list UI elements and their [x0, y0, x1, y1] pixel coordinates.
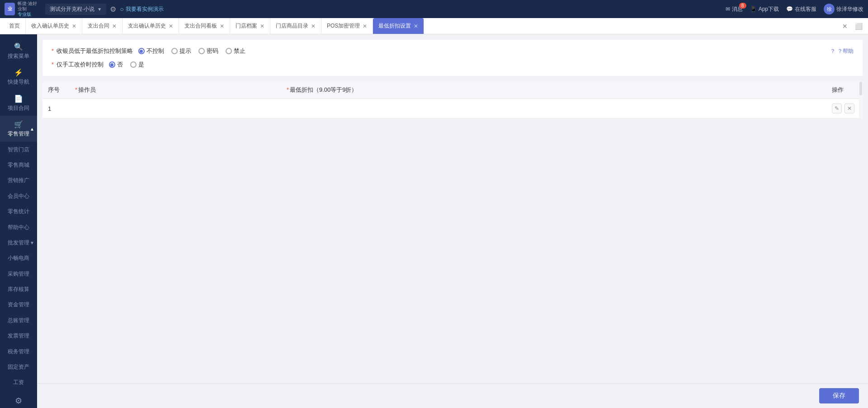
- col-header-actions: 操作: [826, 81, 863, 99]
- sidebar-item-project-contract[interactable]: 📄 项目合同: [0, 90, 37, 116]
- service-icon: 💬: [786, 6, 793, 12]
- tab-pos-password[interactable]: POS加密管理 ✕: [321, 18, 373, 34]
- sidebar-item-tax[interactable]: 税务管理: [0, 344, 37, 359]
- close-icon[interactable]: ✕: [220, 23, 224, 29]
- tab-min-discount[interactable]: 最低折扣设置 ✕: [373, 18, 424, 34]
- tab-pay-contract[interactable]: 支出合同 ✕: [82, 18, 123, 34]
- top-bar-left: 业 帐捷·迪好业制 专业版 测试分开克程·小说 ▼ ⚙ 我要看实例演示: [5, 1, 164, 17]
- app-download-button[interactable]: 📱 App下载: [750, 5, 779, 13]
- delete-button[interactable]: ✕: [844, 103, 854, 113]
- close-icon[interactable]: ✕: [72, 23, 76, 29]
- sidebar-item-retail-mgmt[interactable]: 🛒 零售管理 ▲: [0, 116, 37, 141]
- message-badge: 8: [739, 3, 746, 9]
- sidebar-item-smart-store[interactable]: 智营门店: [0, 142, 37, 157]
- close-icon[interactable]: ✕: [169, 23, 173, 29]
- sidebar-item-member-center[interactable]: 会员中心: [0, 188, 37, 204]
- scroll-thumb: [859, 82, 862, 95]
- main-layout: 🔍 搜索菜单 ⚡ 快捷导航 📄 项目合同 🛒 零售管理 ▲ 智营门店 零售商城 …: [0, 34, 868, 408]
- radio-circle: [171, 48, 178, 54]
- maximize-tab-button[interactable]: ⬜: [853, 22, 864, 31]
- page-footer: 保存: [37, 383, 868, 408]
- table-scrollbar[interactable]: [859, 81, 863, 118]
- avatar: 徐: [824, 4, 835, 14]
- sidebar-item-marketing[interactable]: 营销推广: [0, 173, 37, 188]
- form-card: * 收银员低于最低折扣控制策略 不控制 提示: [42, 40, 863, 76]
- sidebar-item-help-center[interactable]: 帮助中心: [0, 220, 37, 235]
- user-menu-button[interactable]: 徐 徐泽华修改: [824, 4, 863, 14]
- sidebar-item-salary[interactable]: 工资: [0, 375, 37, 390]
- table-header-row: 序号 *操作员 *最低折扣（9.00等于9折） 操作: [42, 81, 863, 99]
- quicknav-icon: ⚡: [14, 68, 23, 77]
- close-icon[interactable]: ✕: [260, 23, 264, 29]
- top-bar: 业 帐捷·迪好业制 专业版 测试分开克程·小说 ▼ ⚙ 我要看实例演示 ✉ 消息…: [0, 0, 868, 18]
- radio-remind[interactable]: 提示: [171, 47, 191, 55]
- col-header-operator: *操作员: [70, 81, 281, 99]
- sidebar-item-ecommerce[interactable]: 小畅电商: [0, 250, 37, 266]
- cashier-policy-row: * 收银员低于最低折扣控制策略 不控制 提示: [52, 47, 854, 55]
- download-icon: 📱: [750, 6, 757, 12]
- help-button[interactable]: ？ ？帮助: [830, 47, 854, 55]
- manual-price-radio-group: 否 是: [109, 61, 144, 69]
- session-tab[interactable]: 测试分开克程·小说 ▼: [45, 4, 106, 15]
- sidebar-item-retail-mall[interactable]: 零售商城: [0, 157, 37, 173]
- chevron-up-icon: ▲: [30, 126, 34, 131]
- tab-home[interactable]: 首页: [4, 18, 26, 34]
- logo-text: 帐捷·迪好业制 专业版: [18, 1, 42, 17]
- retail-icon: 🛒: [14, 120, 23, 129]
- manual-price-label: * 仅手工改价时控制: [52, 61, 104, 69]
- radio-circle: [226, 48, 232, 54]
- cell-min-discount: [281, 99, 826, 118]
- sidebar-item-finance[interactable]: 资金管理: [0, 297, 37, 312]
- message-button[interactable]: ✉ 消息 8: [726, 5, 743, 13]
- close-icon[interactable]: ✕: [414, 23, 418, 29]
- close-icon[interactable]: ✕: [112, 23, 117, 29]
- top-bar-right: ✉ 消息 8 📱 App下载 💬 在线客服 徐 徐泽华修改: [726, 4, 863, 14]
- radio-circle: [130, 61, 137, 68]
- sidebar-item-fixed-assets[interactable]: 固定资产: [0, 359, 37, 375]
- edit-button[interactable]: ✎: [832, 103, 842, 113]
- sidebar-item-retail-stats[interactable]: 零售统计: [0, 204, 37, 219]
- session-arrow: ▼: [97, 7, 102, 12]
- radio-circle: [109, 61, 115, 68]
- sidebar-bottom: ⚙: [15, 390, 22, 408]
- settings-icon[interactable]: ⚙: [15, 390, 22, 408]
- action-icons: ✎ ✕: [832, 103, 857, 113]
- sidebar-item-invoice[interactable]: 发票管理: [0, 328, 37, 343]
- tab-income-history[interactable]: 收入确认单历史 ✕: [26, 18, 82, 34]
- save-button[interactable]: 保存: [819, 388, 859, 403]
- radio-manual-yes[interactable]: 是: [130, 61, 144, 69]
- content-area: * 收银员低于最低折扣控制策略 不控制 提示: [37, 34, 868, 408]
- message-icon: ✉: [726, 6, 730, 12]
- table-row: 1 ✎ ✕: [42, 99, 863, 118]
- tab-store-goods[interactable]: 门店商品目录 ✕: [270, 18, 321, 34]
- sidebar-item-wholesale[interactable]: 批发管理 ▼: [0, 235, 37, 250]
- cell-seq: 1: [42, 99, 70, 118]
- radio-password[interactable]: 密码: [198, 47, 218, 55]
- close-icon[interactable]: ✕: [363, 23, 367, 29]
- discount-table: 序号 *操作员 *最低折扣（9.00等于9折） 操作: [42, 81, 863, 118]
- tab-store-file[interactable]: 门店档案 ✕: [230, 18, 270, 34]
- gear-icon[interactable]: ⚙: [110, 5, 116, 14]
- sidebar-item-ledger[interactable]: 总账管理: [0, 313, 37, 328]
- page-content: * 收银员低于最低折扣控制策略 不控制 提示: [37, 34, 868, 383]
- online-service-button[interactable]: 💬 在线客服: [786, 5, 816, 13]
- sidebar-item-inventory[interactable]: 库存核算: [0, 281, 37, 297]
- radio-forbid[interactable]: 禁止: [226, 47, 245, 55]
- radio-no-control[interactable]: 不控制: [138, 47, 164, 55]
- close-icon[interactable]: ✕: [311, 23, 316, 29]
- table-wrapper: 序号 *操作员 *最低折扣（9.00等于9折） 操作: [42, 81, 863, 118]
- close-tab-button[interactable]: ✕: [840, 22, 849, 31]
- cell-actions: ✎ ✕: [826, 99, 863, 118]
- col-header-seq: 序号: [42, 81, 70, 99]
- tab-pay-contract-board[interactable]: 支出合同看板 ✕: [179, 18, 230, 34]
- question-icon: ？: [830, 47, 835, 55]
- contract-icon: 📄: [14, 94, 23, 103]
- tab-pay-confirm-history[interactable]: 支出确认单历史 ✕: [123, 18, 179, 34]
- sidebar: 🔍 搜索菜单 ⚡ 快捷导航 📄 项目合同 🛒 零售管理 ▲ 智营门店 零售商城 …: [0, 34, 37, 408]
- sidebar-item-search[interactable]: 🔍 搜索菜单: [0, 38, 37, 64]
- sidebar-item-purchase[interactable]: 采购管理: [0, 266, 37, 281]
- radio-manual-no[interactable]: 否: [109, 61, 123, 69]
- session-label: 测试分开克程·小说: [50, 5, 94, 13]
- sidebar-item-quicknav[interactable]: ⚡ 快捷导航: [0, 64, 37, 89]
- demo-link[interactable]: 我要看实例演示: [120, 5, 163, 13]
